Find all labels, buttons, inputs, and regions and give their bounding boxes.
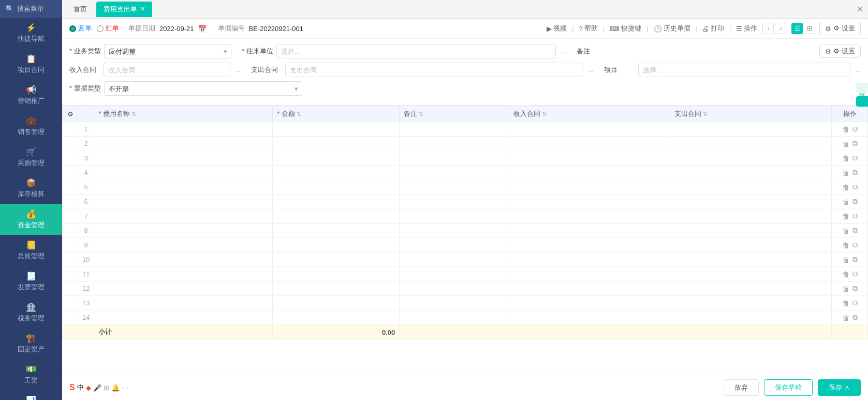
row-expense-contract-cell[interactable] [670, 267, 832, 282]
row-expense-name-cell[interactable] [94, 209, 273, 224]
row-delete-icon[interactable]: 🗑 [842, 270, 849, 278]
income-contract-ellipsis[interactable]: ... [236, 66, 241, 73]
sidebar-item-ops-mgmt[interactable]: 📊经营管理 [0, 390, 62, 400]
row-income-contract-cell[interactable] [509, 151, 670, 166]
business-type-select-wrapper[interactable]: 应付调整 [104, 44, 232, 58]
row-amount-cell[interactable] [273, 151, 400, 166]
action-help[interactable]: ? 帮助 [579, 24, 598, 33]
row-expense-contract-cell[interactable] [670, 166, 832, 180]
row-delete-icon[interactable]: 🗑 [842, 256, 849, 264]
row-expense-name-cell[interactable] [94, 166, 273, 180]
row-amount-cell[interactable] [273, 180, 400, 195]
row-amount-cell[interactable] [273, 282, 400, 296]
sidebar-item-invoice-mgmt[interactable]: 🧾发票管理 [0, 266, 62, 297]
row-delete-icon[interactable]: 🗑 [842, 169, 849, 177]
nav-next-button[interactable]: › [775, 23, 786, 34]
row-copy-icon[interactable]: ⧉ [852, 255, 858, 264]
radio-blue[interactable]: 蓝单 [69, 24, 92, 33]
row-expense-contract-cell[interactable] [670, 137, 832, 151]
row-expense-name-cell[interactable] [94, 180, 273, 195]
row-copy-icon[interactable]: ⧉ [852, 139, 858, 148]
row-expense-contract-cell[interactable] [670, 310, 832, 325]
row-remark-cell[interactable] [400, 166, 509, 180]
income-contract-input[interactable] [104, 63, 230, 77]
row-delete-icon[interactable]: 🗑 [842, 227, 849, 235]
row-expense-name-cell[interactable] [94, 267, 273, 282]
row-expense-name-cell[interactable] [94, 224, 273, 238]
sidebar-item-purchase-mgmt[interactable]: 🛒采购管理 [0, 142, 62, 173]
row-amount-cell[interactable] [273, 137, 400, 151]
row-remark-cell[interactable] [400, 151, 509, 166]
row-income-contract-cell[interactable] [509, 209, 670, 224]
form-settings-button[interactable]: ⚙ ⚙ 设置 [819, 45, 861, 58]
row-income-contract-cell[interactable] [509, 267, 670, 282]
row-income-contract-cell[interactable] [509, 166, 670, 180]
row-amount-cell[interactable] [273, 166, 400, 180]
row-remark-cell[interactable] [400, 296, 509, 310]
view-grid-button[interactable]: ⊞ [804, 23, 815, 34]
row-copy-icon[interactable]: ⧉ [852, 299, 858, 307]
action-history[interactable]: 🕐 历史单据 [654, 24, 690, 33]
col-remark[interactable]: 备注 [400, 106, 509, 122]
row-expense-name-cell[interactable] [94, 137, 273, 151]
row-copy-icon[interactable]: ⧉ [852, 284, 858, 293]
row-amount-cell[interactable] [273, 310, 400, 325]
sidebar-item-fixed-assets[interactable]: 🏗️固定资产 [0, 328, 62, 359]
counterpart-input[interactable] [276, 44, 556, 58]
row-remark-cell[interactable] [400, 180, 509, 195]
action-operation[interactable]: ☰ 操作 [736, 24, 757, 33]
save-button[interactable]: 保存 ∧ [818, 379, 861, 396]
row-amount-cell[interactable] [273, 253, 400, 267]
view-list-button[interactable]: ☰ [791, 23, 803, 34]
sidebar-item-sales-mgmt[interactable]: 💼销售管理 [0, 111, 62, 142]
col-income-contract[interactable]: 收入合同 [509, 106, 670, 122]
row-expense-contract-cell[interactable] [670, 253, 832, 267]
row-copy-icon[interactable]: ⧉ [852, 241, 858, 249]
row-expense-contract-cell[interactable] [670, 209, 832, 224]
sidebar-item-ledger-mgmt[interactable]: 📒总账管理 [0, 235, 62, 266]
sidebar-item-marketing[interactable]: 📢营销推广 [0, 80, 62, 111]
row-expense-contract-cell[interactable] [670, 224, 832, 238]
row-expense-contract-cell[interactable] [670, 122, 832, 137]
invoice-type-select[interactable]: 不开票 [104, 81, 302, 96]
row-copy-icon[interactable]: ⧉ [852, 125, 858, 134]
row-income-contract-cell[interactable] [509, 253, 670, 267]
radio-blue-input[interactable] [69, 25, 76, 32]
tab-expense[interactable]: 费用支出单 ✕ [96, 2, 152, 17]
col-expense-name[interactable]: * 费用名称 [94, 106, 273, 122]
col-gear[interactable]: ⚙ [63, 106, 78, 122]
row-remark-cell[interactable] [400, 195, 509, 209]
row-delete-icon[interactable]: 🗑 [842, 285, 849, 293]
project-ellipsis[interactable]: ... [856, 66, 861, 73]
edge-tab-attach[interactable]: 附 [856, 83, 868, 93]
row-expense-contract-cell[interactable] [670, 282, 832, 296]
row-amount-cell[interactable] [273, 224, 400, 238]
sidebar-search[interactable]: 🔍 搜索菜单 [0, 0, 62, 18]
row-expense-contract-cell[interactable] [670, 180, 832, 195]
calendar-icon[interactable]: 📅 [198, 25, 207, 33]
row-copy-icon[interactable]: ⧉ [852, 154, 858, 162]
row-copy-icon[interactable]: ⧉ [852, 183, 858, 191]
row-income-contract-cell[interactable] [509, 195, 670, 209]
tab-home[interactable]: 首页 [66, 2, 94, 17]
action-shortcut[interactable]: ⌨ 快捷键 [610, 24, 641, 33]
row-amount-cell[interactable] [273, 209, 400, 224]
row-expense-contract-cell[interactable] [670, 195, 832, 209]
row-income-contract-cell[interactable] [509, 296, 670, 310]
row-expense-name-cell[interactable] [94, 296, 273, 310]
sidebar-item-quick-nav[interactable]: ⚡快捷导航 [0, 18, 62, 49]
expense-contract-ellipsis[interactable]: ... [589, 66, 594, 73]
row-delete-icon[interactable]: 🗑 [842, 154, 849, 162]
row-remark-cell[interactable] [400, 238, 509, 253]
row-expense-name-cell[interactable] [94, 238, 273, 253]
row-income-contract-cell[interactable] [509, 122, 670, 137]
row-delete-icon[interactable]: 🗑 [842, 140, 849, 148]
row-expense-contract-cell[interactable] [670, 151, 832, 166]
row-amount-cell[interactable] [273, 238, 400, 253]
sidebar-item-inventory[interactable]: 📦库存核算 [0, 173, 62, 204]
settings-button[interactable]: ⚙ ⚙ 设置 [819, 22, 861, 35]
row-remark-cell[interactable] [400, 122, 509, 137]
row-expense-name-cell[interactable] [94, 151, 273, 166]
row-expense-name-cell[interactable] [94, 310, 273, 325]
row-copy-icon[interactable]: ⧉ [852, 212, 858, 220]
